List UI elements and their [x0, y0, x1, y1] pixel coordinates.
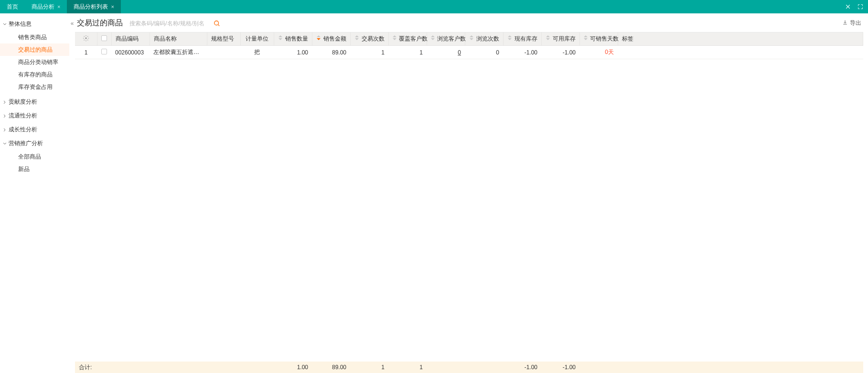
col-gear[interactable]	[75, 32, 97, 46]
cell-checkbox[interactable]	[97, 46, 111, 59]
export-button[interactable]: 导出	[842, 19, 861, 27]
col-spec[interactable]: 规格型号	[207, 32, 240, 46]
col-browse-count[interactable]: 浏览次数	[465, 32, 503, 46]
search-input[interactable]	[129, 19, 211, 28]
tab-product-analysis[interactable]: 商品分析 ×	[25, 0, 67, 13]
col-stock-avail[interactable]: 可用库存	[541, 32, 579, 46]
close-all-icon[interactable]	[844, 3, 852, 11]
svg-marker-17	[546, 38, 550, 40]
top-tab-bar: 首页 商品分析 × 商品分析列表 ×	[0, 0, 868, 13]
cell-code: 002600003	[111, 46, 150, 59]
svg-marker-2	[279, 35, 282, 37]
cell-stock-avail: -1.00	[541, 46, 579, 59]
nav-item-label: 销售类商品	[18, 34, 47, 41]
nav-group-label: 整体信息	[9, 20, 32, 28]
checkbox-icon[interactable]	[101, 35, 107, 41]
nav-item-new-products[interactable]: 新品	[0, 163, 69, 175]
svg-marker-13	[470, 38, 473, 40]
gear-icon	[83, 35, 89, 42]
col-checkbox[interactable]	[97, 32, 111, 46]
totals-stock-avail: -1.00	[541, 364, 579, 371]
search-icon[interactable]	[214, 20, 220, 27]
nav-group-header-contribution[interactable]: 贡献度分析	[0, 96, 69, 108]
sort-icon	[584, 35, 588, 42]
svg-marker-11	[431, 38, 435, 40]
col-sell-days[interactable]: 可销售天数	[579, 32, 618, 46]
table-row[interactable]: 1 002600003 左都胶囊五折遮阳伞防晒伞 把 1.00 89.00 1 …	[75, 46, 863, 59]
svg-marker-15	[508, 38, 512, 40]
nav-item-all-products[interactable]: 全部商品	[0, 150, 69, 163]
data-table: 商品编码 商品名称 规格型号 计量单位 销售数量 销售金额	[75, 32, 863, 59]
svg-marker-7	[355, 38, 359, 40]
col-browse-customers[interactable]: 浏览客户数	[427, 32, 465, 46]
cell-browse-customers[interactable]: 0	[427, 46, 465, 59]
svg-marker-12	[470, 35, 473, 37]
sort-icon	[508, 35, 512, 42]
nav-item-stock-capital[interactable]: 库存资金占用	[0, 81, 69, 93]
totals-bar: 合计: 1.00 89.00 1 1 -1.00 -1.00	[75, 362, 863, 373]
nav-item-label: 有库存的商品	[18, 71, 53, 78]
col-customers[interactable]: 覆盖客户数	[388, 32, 427, 46]
col-qty[interactable]: 销售数量	[274, 32, 312, 46]
col-label: 现有库存	[514, 35, 537, 42]
col-tags[interactable]: 标签	[618, 32, 863, 46]
close-icon[interactable]: ×	[111, 4, 114, 10]
nav-item-traded-products[interactable]: 交易过的商品	[0, 43, 69, 56]
col-stock-now[interactable]: 现有库存	[503, 32, 541, 46]
page-title: 交易过的商品	[77, 18, 123, 28]
nav-group-marketing: 营销推广分析 全部商品 新品	[0, 138, 69, 176]
nav-group-label: 成长性分析	[9, 126, 37, 134]
content-header: 交易过的商品 导出	[75, 13, 868, 32]
svg-marker-18	[584, 35, 588, 37]
svg-marker-6	[355, 35, 359, 37]
nav-group-growth: 成长性分析	[0, 124, 69, 136]
content-area: 交易过的商品 导出	[75, 13, 868, 373]
col-label: 可销售天数	[590, 35, 619, 42]
cell-spec	[207, 46, 240, 59]
col-amount[interactable]: 销售金额	[312, 32, 350, 46]
col-label: 浏览客户数	[437, 35, 466, 42]
nav-group-header-overall[interactable]: 整体信息	[0, 18, 69, 30]
svg-marker-3	[279, 38, 282, 40]
nav-group-label: 贡献度分析	[9, 98, 37, 106]
chevron-right-icon	[3, 113, 7, 117]
cell-name: 左都胶囊五折遮阳伞防晒伞	[150, 46, 207, 59]
col-name[interactable]: 商品名称	[150, 32, 207, 46]
chevron-right-icon	[3, 99, 7, 103]
totals-tx-count: 1	[350, 364, 388, 371]
cell-unit: 把	[240, 46, 274, 59]
col-label: 商品名称	[154, 35, 177, 42]
tab-product-analysis-list[interactable]: 商品分析列表 ×	[67, 0, 120, 13]
nav-item-label: 全部商品	[18, 153, 41, 160]
cell-customers: 1	[388, 46, 427, 59]
cell-row-no: 1	[75, 46, 97, 59]
col-label: 标签	[622, 35, 633, 42]
sort-icon	[431, 35, 435, 42]
nav-group-header-liquidity[interactable]: 流通性分析	[0, 110, 69, 122]
cell-sell-days: 0天	[579, 46, 618, 59]
export-label: 导出	[850, 19, 861, 27]
nav-item-sales-products[interactable]: 销售类商品	[0, 31, 69, 43]
sort-icon	[279, 35, 282, 42]
nav-group-header-marketing[interactable]: 营销推广分析	[0, 138, 69, 149]
top-tabs: 首页 商品分析 × 商品分析列表 ×	[0, 0, 121, 13]
col-unit[interactable]: 计量单位	[240, 32, 274, 46]
col-label: 商品编码	[116, 35, 139, 42]
close-icon[interactable]: ×	[57, 4, 60, 10]
nav-group-label: 营销推广分析	[9, 139, 43, 148]
col-tx-count[interactable]: 交易次数	[350, 32, 388, 46]
nav-item-category-turnover[interactable]: 商品分类动销率	[0, 56, 69, 68]
col-label: 交易次数	[362, 35, 385, 42]
svg-marker-19	[584, 38, 588, 40]
chevron-down-icon	[3, 140, 7, 144]
cell-tx-count: 1	[350, 46, 388, 59]
nav-item-in-stock[interactable]: 有库存的商品	[0, 68, 69, 81]
search-wrap	[129, 19, 220, 28]
nav-group-header-growth[interactable]: 成长性分析	[0, 124, 69, 136]
collapse-nav-button[interactable]: «	[69, 13, 75, 373]
fullscreen-icon[interactable]	[857, 3, 864, 11]
col-code[interactable]: 商品编码	[111, 32, 150, 46]
checkbox-icon[interactable]	[101, 49, 107, 54]
tab-home[interactable]: 首页	[0, 0, 25, 13]
top-right-controls	[844, 0, 868, 13]
